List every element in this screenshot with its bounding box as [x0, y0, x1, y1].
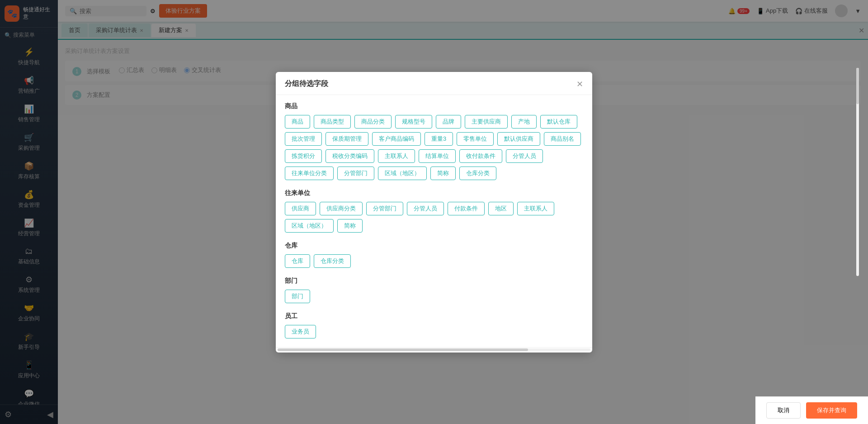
field-tags-department: 部门	[285, 290, 583, 303]
field-tag-保质期管理[interactable]: 保质期管理	[326, 132, 368, 146]
field-tag-分管部门[interactable]: 分管部门	[337, 167, 374, 180]
dialog-scrollbar-thumb	[856, 68, 859, 104]
field-tag-产地[interactable]: 产地	[511, 115, 537, 129]
field-tags-employee: 业务员	[285, 325, 583, 338]
field-group-title-employee: 员工	[285, 312, 583, 320]
horizontal-scrollbar[interactable]	[278, 348, 590, 351]
field-group-warehouse: 仓库仓库仓库分类	[285, 242, 583, 268]
field-group-department: 部门部门	[285, 277, 583, 303]
field-tag-默认仓库[interactable]: 默认仓库	[540, 115, 577, 129]
field-tag-仓库[interactable]: 仓库	[285, 254, 310, 268]
field-tag-主联系人[interactable]: 主联系人	[517, 202, 554, 215]
field-tags-goods: 商品商品类型商品分类规格型号品牌主要供应商产地默认仓库批次管理保质期管理客户商品…	[285, 115, 583, 180]
field-tag-品牌[interactable]: 品牌	[436, 115, 461, 129]
field-tag-税收分类编码[interactable]: 税收分类编码	[326, 149, 374, 163]
field-tag-业务员[interactable]: 业务员	[285, 325, 316, 338]
field-tag-简称[interactable]: 简称	[430, 167, 456, 180]
dialog-body: 商品商品商品类型商品分类规格型号品牌主要供应商产地默认仓库批次管理保质期管理客户…	[276, 95, 592, 348]
field-tag-付款条件[interactable]: 付款条件	[448, 202, 485, 215]
field-tag-供应商分类[interactable]: 供应商分类	[320, 202, 363, 215]
field-tag-地区[interactable]: 地区	[488, 202, 514, 215]
field-group-title-partner: 往来单位	[285, 189, 583, 197]
field-tag-简称[interactable]: 简称	[337, 219, 363, 233]
dialog-close-button[interactable]: ✕	[576, 79, 583, 89]
field-tags-warehouse: 仓库仓库分类	[285, 254, 583, 268]
dialog-header: 分组待选字段 ✕	[276, 72, 592, 95]
dialog-footer-scroll	[276, 347, 592, 352]
field-tag-区域（地区）[interactable]: 区域（地区）	[378, 167, 427, 180]
field-select-dialog: 分组待选字段 ✕ 商品商品商品类型商品分类规格型号品牌主要供应商产地默认仓库批次…	[276, 72, 592, 353]
field-tag-分管部门[interactable]: 分管部门	[366, 202, 403, 215]
dialog-scrollbar-track[interactable]	[856, 68, 859, 276]
field-tag-商品[interactable]: 商品	[285, 115, 310, 129]
field-tag-结算单位[interactable]: 结算单位	[419, 149, 456, 163]
field-tag-往来单位分类[interactable]: 往来单位分类	[285, 167, 334, 180]
field-group-goods: 商品商品商品类型商品分类规格型号品牌主要供应商产地默认仓库批次管理保质期管理客户…	[285, 102, 583, 180]
field-tag-规格型号[interactable]: 规格型号	[395, 115, 432, 129]
field-group-partner: 往来单位供应商供应商分类分管部门分管人员付款条件地区主联系人区域（地区）简称	[285, 189, 583, 233]
field-group-title-warehouse: 仓库	[285, 242, 583, 250]
field-tag-默认供应商[interactable]: 默认供应商	[497, 132, 540, 146]
scroll-thumb	[278, 348, 528, 351]
field-tag-部门[interactable]: 部门	[285, 290, 310, 303]
field-tag-商品类型[interactable]: 商品类型	[314, 115, 351, 129]
field-tag-商品别名[interactable]: 商品别名	[544, 132, 581, 146]
field-tag-商品分类[interactable]: 商品分类	[354, 115, 392, 129]
field-tag-仓库分类[interactable]: 仓库分类	[314, 254, 351, 268]
field-tag-主要供应商[interactable]: 主要供应商	[465, 115, 508, 129]
field-tag-批次管理[interactable]: 批次管理	[285, 132, 322, 146]
field-group-employee: 员工业务员	[285, 312, 583, 338]
field-tag-零售单位[interactable]: 零售单位	[457, 132, 494, 146]
field-tag-分管人员[interactable]: 分管人员	[407, 202, 444, 215]
field-group-title-department: 部门	[285, 277, 583, 285]
save-query-button[interactable]: 保存并查询	[806, 402, 857, 419]
field-tag-分管人员[interactable]: 分管人员	[506, 149, 543, 163]
field-tag-拣货积分[interactable]: 拣货积分	[285, 149, 322, 163]
field-tag-仓库分类[interactable]: 仓库分类	[459, 167, 496, 180]
dialog-title: 分组待选字段	[285, 79, 328, 89]
field-tag-收付款条件[interactable]: 收付款条件	[459, 149, 502, 163]
field-tag-主联系人[interactable]: 主联系人	[378, 149, 415, 163]
field-tag-客户商品编码[interactable]: 客户商品编码	[372, 132, 421, 146]
field-group-title-goods: 商品	[285, 102, 583, 110]
field-tags-partner: 供应商供应商分类分管部门分管人员付款条件地区主联系人区域（地区）简称	[285, 202, 583, 233]
dialog-footer-actions: 取消 保存并查询	[755, 396, 868, 424]
field-tag-区域（地区）[interactable]: 区域（地区）	[285, 219, 334, 233]
field-tag-供应商[interactable]: 供应商	[285, 202, 316, 215]
cancel-button[interactable]: 取消	[766, 402, 801, 419]
field-tag-重量3[interactable]: 重量3	[425, 132, 453, 146]
